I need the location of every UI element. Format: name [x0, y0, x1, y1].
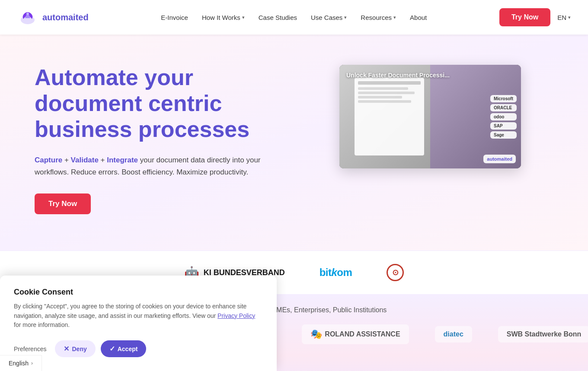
cookie-preferences-label[interactable]: Preferences — [14, 346, 46, 352]
nav-about[interactable]: About — [410, 14, 427, 21]
partner-other-icon: ⊙ — [387, 264, 404, 281]
logo-icon — [17, 7, 38, 28]
customer-diatec: diatec — [435, 326, 472, 342]
video-background: Unlock Faster Document Processi... Micro… — [339, 65, 521, 168]
video-brand-watermark: automaited — [483, 155, 516, 163]
video-brand-tags: Microsoft ORACLE odoo SAP Sage — [490, 69, 517, 164]
chevron-down-icon: ▾ — [344, 15, 347, 20]
cookie-text: By clicking "Accept", you agree to the s… — [14, 302, 263, 330]
chevron-down-icon: ▾ — [242, 15, 245, 20]
try-now-button-nav[interactable]: Try Now — [499, 8, 550, 26]
customer-roland: 🎭 ROLAND ASSISTANCE — [302, 324, 409, 344]
nav-case-studies[interactable]: Case Studies — [259, 14, 297, 21]
logo-text: automaited — [42, 13, 89, 22]
logo-link[interactable]: automaited — [17, 7, 89, 28]
partner-bitkom: bitkom — [320, 266, 352, 279]
cookie-title: Cookie Consent — [14, 288, 263, 297]
hero-validate: Validate — [71, 156, 99, 164]
hero-capture: Capture — [35, 156, 62, 164]
chevron-right-icon: › — [31, 360, 33, 366]
bitkom-name: bitkom — [320, 266, 352, 279]
deny-icon: ✕ — [64, 345, 69, 353]
customer-swb: SWB Stadtwerke Bonn — [498, 326, 588, 342]
video-title: Unlock Faster Document Processi... — [346, 72, 514, 79]
cookie-deny-button[interactable]: ✕ Deny — [55, 340, 95, 357]
nav-resources[interactable]: Resources ▾ — [361, 14, 396, 21]
hero-left: Automate your document centric business … — [35, 65, 281, 214]
language-badge[interactable]: English › — [0, 355, 42, 371]
language-selector-nav[interactable]: EN ▾ — [557, 14, 571, 21]
svg-point-1 — [26, 13, 29, 15]
cookie-actions: Preferences ✕ Deny ✓ Accept — [14, 340, 263, 357]
partner-other: ⊙ — [387, 264, 404, 281]
video-thumbnail[interactable]: Unlock Faster Document Processi... Micro… — [339, 65, 521, 168]
nav-how-it-works[interactable]: How It Works ▾ — [202, 14, 245, 21]
accept-icon: ✓ — [109, 345, 115, 353]
navigation: automaited E-Invoice How It Works ▾ Case… — [0, 0, 588, 35]
nav-einvoice[interactable]: E-Invoice — [161, 14, 188, 21]
roland-icon: 🎭 — [310, 329, 322, 340]
hero-right: Unlock Faster Document Processi... Micro… — [307, 65, 553, 168]
nav-right: Try Now EN ▾ — [499, 8, 571, 26]
try-now-button-hero[interactable]: Try Now — [35, 193, 91, 214]
nav-use-cases[interactable]: Use Cases ▾ — [311, 14, 347, 21]
chevron-down-icon: ▾ — [393, 15, 396, 20]
cookie-privacy-link[interactable]: Privacy Policy — [217, 312, 255, 319]
hero-title: Automate your document centric business … — [35, 65, 281, 142]
chevron-down-icon: ▾ — [568, 15, 571, 20]
cookie-accept-button[interactable]: ✓ Accept — [101, 340, 147, 357]
language-label: English — [9, 360, 29, 367]
hero-subtitle: Capture + Validate + Integrate your docu… — [35, 154, 281, 178]
hero-integrate: Integrate — [107, 156, 138, 164]
nav-links: E-Invoice How It Works ▾ Case Studies Us… — [161, 14, 427, 21]
hero-section: Automate your document centric business … — [0, 35, 588, 251]
